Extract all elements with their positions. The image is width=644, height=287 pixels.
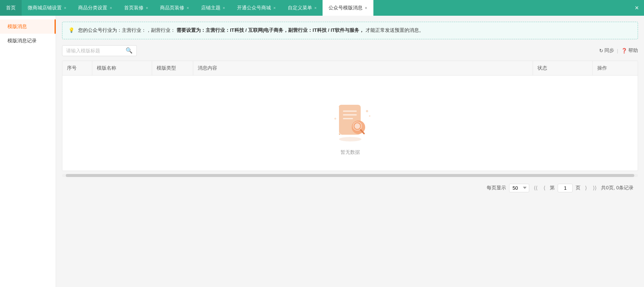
tab-weshop[interactable]: 微商城店铺设置 ×: [22, 0, 72, 16]
pagination: 每页显示 50 10 20 100 ⟨⟨ ⟨ 第 页 ⟩ ⟩⟩ 共0页, 0条记…: [62, 180, 638, 196]
empty-state: 暂无数据: [62, 76, 638, 171]
tab-home-label: 首页: [6, 4, 16, 11]
search-icon: 🔍: [126, 47, 133, 54]
sync-icon: ↻: [599, 48, 603, 54]
page-size-label: 每页显示: [487, 184, 506, 191]
data-table: 序号 模版名称 模版类型 消息内容 状态 操作: [62, 61, 638, 171]
th-content: 消息内容: [193, 61, 533, 75]
tab-homepage-label: 首页装修: [124, 4, 144, 11]
sidebar-item-template-msg-label: 模版消息: [7, 24, 27, 29]
tab-category[interactable]: 商品分类设置 ×: [72, 0, 118, 16]
empty-text: 暂无数据: [341, 149, 360, 156]
main-layout: 模版消息 模版消息记录 💡 您的公众号行业为：主营行业：，副营行业： 需要设置为…: [0, 16, 644, 287]
sidebar-item-template-msg-record[interactable]: 模版消息记录: [0, 34, 56, 48]
tab-category-close[interactable]: ×: [110, 6, 112, 10]
main-content-area: 💡 您的公众号行业为：主营行业：，副营行业： 需要设置为：主营行业：IT科技 /…: [56, 16, 644, 287]
tab-weshop-close[interactable]: ×: [64, 6, 66, 10]
bulb-icon: 💡: [68, 27, 74, 33]
last-page-button[interactable]: ⟩⟩: [591, 184, 598, 192]
tab-productpage[interactable]: 商品页装修 ×: [154, 0, 195, 16]
tab-openstore-close[interactable]: ×: [273, 6, 275, 10]
tab-custommenu-label: 自定义菜单: [288, 4, 312, 11]
tab-theme-label: 店铺主题: [201, 4, 221, 11]
tab-templatemsg[interactable]: 公众号模版消息 ×: [323, 0, 373, 16]
search-button[interactable]: 🔍: [126, 47, 133, 54]
svg-point-8: [366, 110, 368, 112]
tab-homepage-close[interactable]: ×: [146, 6, 148, 10]
info-banner-highlight: 需要设置为：主营行业：IT科技 / 互联网|电子商务，副营行业：IT科技 / I…: [176, 27, 364, 33]
info-banner: 💡 您的公众号行业为：主营行业：，副营行业： 需要设置为：主营行业：IT科技 /…: [62, 22, 638, 39]
sync-button[interactable]: ↻ 同步: [599, 47, 614, 54]
tab-openstore-label: 开通公众号商城: [237, 4, 271, 11]
top-navigation: 首页 微商城店铺设置 × 商品分类设置 × 首页装修 × 商品页装修 × 店铺主…: [0, 0, 644, 16]
th-name: 模版名称: [92, 61, 152, 75]
sync-label: 同步: [604, 47, 614, 54]
page-di-label: 第: [550, 184, 555, 191]
page-label: 页: [576, 184, 580, 191]
help-icon: ❓: [621, 48, 627, 54]
sidebar-item-template-msg[interactable]: 模版消息: [0, 19, 56, 34]
tab-openstore[interactable]: 开通公众号商城 ×: [231, 0, 281, 16]
divider: |: [617, 48, 618, 54]
table-header: 序号 模版名称 模版类型 消息内容 状态 操作: [62, 61, 638, 76]
th-action: 操作: [593, 61, 638, 75]
global-close-button[interactable]: ×: [635, 4, 639, 12]
svg-point-9: [369, 115, 370, 117]
sidebar-item-template-msg-record-label: 模版消息记录: [7, 38, 37, 43]
svg-point-10: [334, 117, 336, 119]
first-page-button[interactable]: ⟨⟨: [532, 184, 539, 192]
total-text: 共0页, 0条记录: [601, 184, 634, 191]
search-right: ↻ 同步 | ❓ 帮助: [599, 47, 638, 54]
tab-home[interactable]: 首页: [0, 0, 22, 16]
horizontal-scrollbar[interactable]: [62, 174, 638, 177]
tab-productpage-close[interactable]: ×: [187, 6, 189, 10]
tab-custommenu[interactable]: 自定义菜单 ×: [282, 0, 323, 16]
info-banner-prefix: 您的公众号行业为：主营行业：，副营行业：: [78, 27, 175, 33]
help-label: 帮助: [628, 47, 638, 54]
search-left: 🔍: [62, 45, 133, 56]
info-banner-suffix: 才能正常发送预置的消息。: [366, 27, 424, 33]
sidebar: 模版消息 模版消息记录: [0, 16, 56, 287]
page-number-input[interactable]: [558, 184, 573, 192]
prev-page-button[interactable]: ⟨: [542, 184, 547, 192]
th-index: 序号: [62, 61, 92, 75]
help-button[interactable]: ❓ 帮助: [621, 47, 638, 54]
search-bar: 🔍 ↻ 同步 | ❓ 帮助: [62, 45, 638, 56]
tab-theme-close[interactable]: ×: [223, 6, 225, 10]
svg-point-0: [339, 137, 361, 141]
tab-weshop-label: 微商城店铺设置: [28, 4, 62, 11]
th-status: 状态: [533, 61, 593, 75]
tab-custommenu-close[interactable]: ×: [314, 6, 317, 10]
tab-templatemsg-label: 公众号模版消息: [329, 4, 363, 11]
th-type: 模版类型: [152, 61, 193, 75]
tab-productpage-label: 商品页装修: [160, 4, 184, 11]
next-page-button[interactable]: ⟩: [583, 184, 588, 192]
page-size-select[interactable]: 50 10 20 100: [509, 184, 529, 192]
scrollbar-thumb[interactable]: [66, 174, 634, 177]
empty-illustration: [328, 98, 373, 143]
tab-homepage[interactable]: 首页装修 ×: [118, 0, 154, 16]
tab-category-label: 商品分类设置: [78, 4, 107, 11]
tab-templatemsg-close[interactable]: ×: [365, 6, 367, 10]
tab-theme[interactable]: 店铺主题 ×: [195, 0, 231, 16]
